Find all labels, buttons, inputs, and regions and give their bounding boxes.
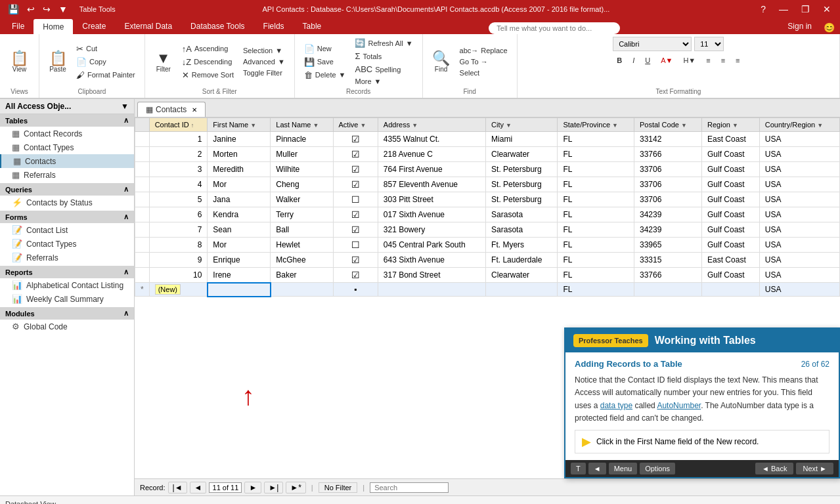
cell-region[interactable]: Gulf Coast — [702, 207, 760, 222]
cell-country[interactable]: USA — [759, 268, 839, 283]
cell-state[interactable]: FL — [558, 238, 634, 253]
cell-active[interactable]: ☐ — [333, 238, 378, 253]
nav-item-contact-list[interactable]: 📝 Contact List — [0, 223, 134, 237]
goto-btn[interactable]: Go To → — [456, 56, 512, 67]
cell-postal[interactable]: 33766 — [634, 268, 701, 283]
tutorial-audio-btn[interactable]: ◄ — [588, 463, 606, 474]
next-record-btn[interactable]: ► — [244, 482, 261, 494]
tutorial-options-btn[interactable]: Options — [640, 463, 675, 474]
save-record-btn[interactable]: 💾 Save — [300, 56, 350, 68]
cell-state[interactable]: FL — [558, 207, 634, 222]
help-btn[interactable]: ? — [757, 3, 770, 16]
replace-btn[interactable]: abc→ Replace — [456, 45, 512, 56]
cell-active[interactable]: ☑ — [333, 207, 378, 222]
cell-address[interactable]: 017 Sixth Avenue — [378, 207, 485, 222]
cell-address[interactable]: 643 Sixth Avenue — [378, 253, 485, 268]
copy-btn[interactable]: 📄 Copy — [72, 56, 139, 68]
table-row[interactable]: 8 Mor Hewlet ☐ 045 Central Park South Ft… — [135, 238, 840, 253]
cell-id[interactable]: 6 — [149, 207, 208, 222]
cell-country[interactable]: USA — [759, 132, 839, 147]
tutorial-back-btn[interactable]: ◄ Back — [755, 463, 793, 474]
cell-state[interactable]: FL — [558, 147, 634, 162]
cell-country[interactable]: USA — [759, 147, 839, 162]
col-active-filter-icon[interactable]: ▼ — [361, 122, 366, 129]
cell-postal[interactable]: 33706 — [634, 192, 701, 207]
nav-item-contacts[interactable]: ▦ Contacts — [0, 154, 134, 168]
cell-firstname[interactable]: Kendra — [208, 207, 271, 222]
tutorial-menu-btn[interactable]: Menu — [609, 463, 638, 474]
nav-header[interactable]: All Access Obje... ▼ — [0, 99, 134, 114]
cell-region[interactable]: Gulf Coast — [702, 192, 760, 207]
col-postal[interactable]: Postal Code ▼ — [634, 118, 701, 132]
cell-country[interactable]: USA — [759, 177, 839, 192]
cell-city[interactable]: St. Petersburg — [486, 162, 558, 177]
redo-btn[interactable]: ↪ — [40, 3, 53, 16]
data-type-link[interactable]: data type — [600, 401, 632, 410]
cell-address[interactable]: 857 Eleventh Avenue — [378, 177, 485, 192]
cell-city[interactable]: Clearwater — [486, 147, 558, 162]
remove-sort-btn[interactable]: ✕ Remove Sort — [178, 69, 238, 81]
totals-btn[interactable]: Σ Totals — [351, 50, 416, 62]
save-quick-btn[interactable]: 💾 — [5, 3, 22, 16]
col-contact-id[interactable]: Contact ID ↑ — [149, 118, 208, 132]
cell-firstname[interactable]: Enrique — [208, 253, 271, 268]
cell-id[interactable]: 3 — [149, 162, 208, 177]
cell-firstname[interactable]: Mor — [208, 177, 271, 192]
nav-item-contact-types[interactable]: ▦ Contact Types — [0, 140, 134, 154]
close-btn[interactable]: ✕ — [819, 3, 835, 16]
cell-region[interactable]: East Coast — [702, 253, 760, 268]
col-state-filter-icon[interactable]: ▼ — [612, 122, 618, 129]
col-last-name-filter-icon[interactable]: ▼ — [313, 122, 319, 129]
col-postal-filter-icon[interactable]: ▼ — [681, 122, 687, 129]
col-first-name[interactable]: First Name ▼ — [208, 118, 271, 132]
cell-country[interactable]: USA — [759, 162, 839, 177]
cell-state[interactable]: FL — [558, 268, 634, 283]
new-row-lastname[interactable] — [271, 283, 333, 297]
cell-lastname[interactable]: Cheng — [271, 177, 333, 192]
new-row-active[interactable]: ▪ — [333, 283, 378, 297]
tutorial-next-btn[interactable]: Next ► — [796, 463, 833, 474]
cell-region[interactable]: East Coast — [702, 132, 760, 147]
new-row-region[interactable] — [702, 283, 760, 297]
format-painter-btn[interactable]: 🖌 Format Painter — [72, 69, 139, 81]
cell-city[interactable]: Ft. Myers — [486, 238, 558, 253]
refresh-btn[interactable]: 🔄 Refresh All ▼ — [351, 37, 416, 49]
new-row-id[interactable]: (New) — [149, 283, 208, 297]
cell-city[interactable]: Ft. Lauderdale — [486, 253, 558, 268]
nav-item-contact-records[interactable]: ▦ Contact Records — [0, 127, 134, 140]
cell-active[interactable]: ☐ — [333, 192, 378, 207]
cell-postal[interactable]: 33315 — [634, 253, 701, 268]
table-row[interactable]: 5 Jana Walker ☐ 303 Pitt Street St. Pete… — [135, 192, 840, 207]
col-address-filter-icon[interactable]: ▼ — [412, 122, 418, 129]
cell-region[interactable]: Gulf Coast — [702, 177, 760, 192]
table-row[interactable]: 2 Morten Muller ☑ 218 Avenue C Clearwate… — [135, 147, 840, 162]
nav-item-form-contact-types[interactable]: 📝 Contact Types — [0, 237, 134, 251]
cell-active[interactable]: ☑ — [333, 147, 378, 162]
cell-postal[interactable]: 33965 — [634, 238, 701, 253]
cell-firstname[interactable]: Morten — [208, 147, 271, 162]
restore-btn[interactable]: ❐ — [797, 3, 814, 16]
cell-postal[interactable]: 34239 — [634, 222, 701, 238]
descending-btn[interactable]: ↓Z Descending — [178, 56, 238, 68]
table-row[interactable]: 4 Mor Cheng ☑ 857 Eleventh Avenue St. Pe… — [135, 177, 840, 192]
cell-lastname[interactable]: Hewlet — [271, 238, 333, 253]
col-last-name[interactable]: Last Name ▼ — [271, 118, 333, 132]
table-row[interactable]: 6 Kendra Terry ☑ 017 Sixth Avenue Saraso… — [135, 207, 840, 222]
cell-country[interactable]: USA — [759, 238, 839, 253]
record-number-input[interactable] — [209, 482, 242, 493]
new-row-state[interactable]: FL — [558, 283, 634, 297]
cell-address[interactable]: 317 Bond Street — [378, 268, 485, 283]
cell-lastname[interactable]: Ball — [271, 222, 333, 238]
cell-firstname[interactable]: Sean — [208, 222, 271, 238]
cell-lastname[interactable]: McGhee — [271, 253, 333, 268]
delete-record-btn[interactable]: 🗑 Delete ▼ — [300, 69, 350, 81]
cell-lastname[interactable]: Muller — [271, 147, 333, 162]
cell-region[interactable]: Gulf Coast — [702, 268, 760, 283]
cell-active[interactable]: ☑ — [333, 132, 378, 147]
new-row-address[interactable] — [378, 283, 485, 297]
table-row[interactable]: 3 Meredith Wilhite ☑ 764 First Avenue St… — [135, 162, 840, 177]
cell-city[interactable]: St. Petersburg — [486, 177, 558, 192]
italic-btn[interactable]: I — [629, 55, 638, 66]
cell-active[interactable]: ☑ — [333, 222, 378, 238]
more-btn[interactable]: More ▼ — [351, 76, 416, 87]
